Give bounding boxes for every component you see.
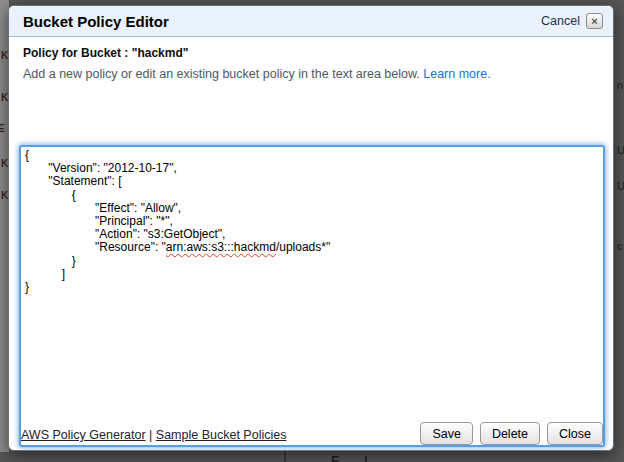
dialog-body: Policy for Bucket : "hackmd" Add a new p… — [9, 37, 613, 450]
dialog-description: Add a new policy or edit an existing buc… — [9, 60, 613, 81]
backdrop-divider — [284, 451, 286, 462]
backdrop-bottom-strip: F l — [0, 451, 624, 462]
background-text-fragment: l — [364, 453, 368, 462]
close-button[interactable]: × — [586, 13, 603, 29]
cancel-button[interactable]: Cancel — [541, 14, 580, 28]
policy-bucket-subtitle: Policy for Bucket : "hackmd" — [9, 37, 613, 60]
dialog-title: Bucket Policy Editor — [23, 13, 169, 30]
background-text-fragment: c — [617, 240, 623, 252]
sample-bucket-policies-link[interactable]: Sample Bucket Policies — [156, 428, 287, 442]
backdrop-right-strip: n U U c — [616, 0, 624, 462]
link-separator: | — [149, 428, 152, 442]
background-text-fragment: U — [617, 180, 624, 192]
aws-policy-generator-link[interactable]: AWS Policy Generator — [21, 428, 146, 442]
footer-buttons: Save Delete Close — [420, 422, 603, 445]
dialog-header: Bucket Policy Editor Cancel × — [9, 6, 613, 37]
background-text-fragment: F — [331, 453, 339, 462]
description-text: Add a new policy or edit an existing buc… — [23, 67, 423, 81]
policy-textarea[interactable]: { "Version": "2012-10-17", "Statement": … — [19, 145, 605, 447]
background-text-fragment: E — [0, 123, 5, 134]
bucket-policy-editor-dialog: Bucket Policy Editor Cancel × Policy for… — [8, 5, 614, 451]
policy-text-segment: { "Version": "2012-10-17", "Statement": … — [25, 148, 225, 254]
background-text-fragment: U — [617, 144, 624, 156]
background-text-fragment: n — [617, 79, 623, 91]
policy-arn-misspelled-text: arn:aws:s3:::hackmd — [166, 240, 276, 254]
learn-more-link[interactable]: Learn more. — [423, 67, 490, 81]
close-icon: × — [591, 16, 597, 27]
policy-text: { "Version": "2012-10-17", "Statement": … — [25, 149, 599, 294]
close-dialog-button[interactable]: Close — [547, 422, 603, 445]
delete-button[interactable]: Delete — [480, 422, 540, 445]
footer-links: AWS Policy Generator | Sample Bucket Pol… — [21, 428, 286, 442]
dialog-header-controls: Cancel × — [541, 13, 603, 29]
save-button[interactable]: Save — [420, 422, 473, 445]
